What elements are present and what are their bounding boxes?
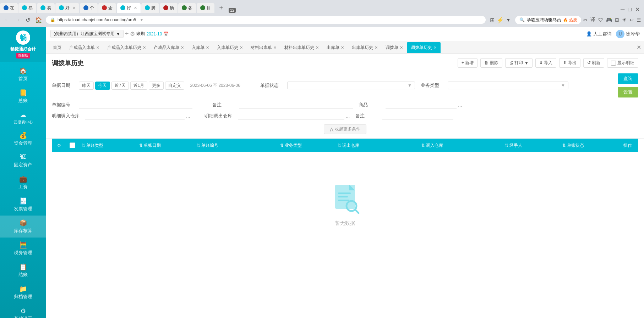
browser-tab-11[interactable]: 目 bbox=[197, 3, 214, 13]
new-btn[interactable]: + 新增 bbox=[458, 58, 477, 68]
detail-out-ellipsis-btn[interactable]: ... bbox=[346, 113, 350, 119]
translate-icon[interactable]: 译 bbox=[590, 17, 595, 23]
tab-in-close[interactable]: ✕ bbox=[206, 45, 209, 50]
tab-prod-in[interactable]: 产成品入库单 ✕ bbox=[65, 42, 103, 53]
sidebar-item-inventory[interactable]: 📦 库存核算 bbox=[0, 216, 46, 238]
menu-icon[interactable]: ☰ bbox=[637, 17, 641, 23]
browser-tab-4[interactable]: 好 ✕ bbox=[55, 3, 79, 13]
tab-transfer-close[interactable]: ✕ bbox=[400, 45, 403, 50]
minimize-btn[interactable]: ─ bbox=[621, 6, 624, 13]
grid-icon[interactable]: ⊞ bbox=[490, 17, 495, 23]
period-selector[interactable]: 账期 2021-10 📅 bbox=[136, 31, 169, 37]
th-type[interactable]: ⇅ 单账类型 bbox=[79, 143, 136, 149]
sidebar-item-payroll[interactable]: 💼 工资 bbox=[0, 172, 46, 194]
tab-close-4[interactable]: ✕ bbox=[72, 6, 76, 10]
browser-tab-5[interactable]: 个 bbox=[80, 3, 98, 13]
browser-tab-1[interactable]: 在 bbox=[0, 3, 18, 13]
browser-tab-9[interactable]: 畅 bbox=[160, 3, 178, 13]
game-icon[interactable]: 🎮 bbox=[606, 17, 612, 23]
date-today-btn[interactable]: 今天 bbox=[95, 82, 110, 90]
remark2-input[interactable] bbox=[382, 112, 453, 119]
select-all-checkbox[interactable] bbox=[70, 143, 75, 148]
date-1month-btn[interactable]: 近1月 bbox=[130, 82, 148, 90]
layout-icon[interactable]: ⊞ bbox=[615, 17, 619, 23]
th-handler[interactable]: ⇅ 经手人 bbox=[502, 143, 560, 149]
date-7days-btn[interactable]: 近7天 bbox=[111, 82, 129, 90]
detail-in-ellipsis-btn[interactable]: ... bbox=[186, 113, 190, 119]
tab-in-hist[interactable]: 入库单历史 ✕ bbox=[213, 42, 247, 53]
th-in[interactable]: ⇅ 调入仓库 bbox=[419, 143, 502, 149]
browser-tab-2[interactable]: 易 bbox=[18, 3, 36, 13]
import-btn[interactable]: ⬇ 导入 bbox=[535, 58, 556, 68]
search-bar[interactable]: 🔍 学霸应聘场驱鸟员 🔥 热搜 bbox=[515, 16, 581, 24]
back-btn[interactable]: ← bbox=[3, 16, 11, 24]
sidebar-item-tax[interactable]: 🧮 税务管理 bbox=[0, 238, 46, 260]
sidebar-item-report[interactable]: ☁ 云报表中心 bbox=[0, 107, 46, 128]
collapse-btn[interactable]: ⋀ 收起更多条件 bbox=[324, 124, 366, 134]
home-btn[interactable]: 🏠 bbox=[34, 16, 44, 24]
tab-in[interactable]: 入库单 ✕ bbox=[188, 42, 213, 53]
date-more-btn[interactable]: 更多 bbox=[149, 82, 164, 90]
th-biz[interactable]: ⇅ 业务类型 bbox=[277, 143, 335, 149]
tab-out-close[interactable]: ✕ bbox=[341, 45, 344, 50]
sidebar-item-assets[interactable]: 🏗 固定资产 bbox=[0, 150, 46, 172]
account-settings-icon[interactable]: ⚙ bbox=[130, 30, 135, 37]
detail-in-input[interactable] bbox=[85, 112, 185, 119]
th-date[interactable]: ⇅ 单账日期 bbox=[136, 143, 194, 149]
sidebar-item-ledger[interactable]: 📒 总账 bbox=[0, 85, 46, 107]
browser-tab-6[interactable]: 企 bbox=[98, 3, 116, 13]
goods-ellipsis-btn[interactable]: ... bbox=[458, 102, 462, 108]
scissors-icon[interactable]: ✂ bbox=[583, 17, 588, 23]
tab-mat-out-close[interactable]: ✕ bbox=[273, 45, 277, 50]
th-status[interactable]: ⇅ 单账状态 bbox=[560, 143, 617, 149]
addr-expand-icon[interactable]: ▼ bbox=[506, 17, 511, 23]
tab-mat-out-hist[interactable]: 材料出库单历史 ✕ bbox=[280, 42, 323, 53]
sidebar-item-closing[interactable]: 📋 结账 bbox=[0, 260, 46, 281]
close-btn[interactable]: ✕ bbox=[635, 6, 640, 13]
tab-home[interactable]: 首页 bbox=[49, 42, 65, 53]
maximize-btn[interactable]: □ bbox=[628, 6, 632, 13]
biz-type-select[interactable]: ▼ bbox=[448, 82, 568, 89]
tab-out-hist-close[interactable]: ✕ bbox=[375, 45, 378, 50]
tab-mat-out-hist-close[interactable]: ✕ bbox=[316, 45, 319, 50]
date-yesterday-btn[interactable]: 昨天 bbox=[79, 82, 94, 90]
sidebar-item-archive[interactable]: 📁 归档管理 bbox=[0, 281, 46, 303]
tab-out-hist[interactable]: 出库单历史 ✕ bbox=[348, 42, 382, 53]
tab-transfer-hist-close[interactable]: ✕ bbox=[433, 45, 437, 50]
th-settings[interactable]: ⚙ bbox=[52, 143, 66, 148]
th-num[interactable]: ⇅ 单账编号 bbox=[194, 143, 277, 149]
shield-icon[interactable]: 🛡 bbox=[598, 17, 603, 23]
new-tab-button[interactable]: ＋ bbox=[215, 3, 227, 12]
browser-tab-8[interactable]: 腾 bbox=[141, 3, 159, 13]
print-btn[interactable]: 🖨 打印 ▼ bbox=[505, 58, 533, 68]
tab-prod-in-hist[interactable]: 产成品入库单历史 ✕ bbox=[103, 42, 150, 53]
url-bar[interactable]: 🔒 https://cloud.chanjet.com/accounting/u… bbox=[46, 16, 486, 24]
browser-tab-3[interactable]: 易 bbox=[37, 3, 55, 13]
detail-out-input[interactable] bbox=[238, 112, 344, 119]
remark-input[interactable] bbox=[239, 101, 353, 108]
tab-prod-in-close[interactable]: ✕ bbox=[96, 45, 99, 50]
sidebar-item-basic[interactable]: ⚙ 基础设置 bbox=[0, 303, 46, 318]
undo-icon[interactable]: ↩ bbox=[629, 17, 634, 23]
refresh-btn-page[interactable]: ↺ 刷新 bbox=[583, 58, 604, 68]
display-cols-btn[interactable]: 显示明细 bbox=[607, 58, 638, 68]
sidebar-item-home[interactable]: 🏠 首页 bbox=[0, 63, 46, 85]
tab-transfer[interactable]: 调拨单 ✕ bbox=[382, 42, 407, 53]
add-account-btn[interactable]: + bbox=[125, 30, 129, 38]
lightning-icon[interactable]: ⚡ bbox=[497, 17, 504, 23]
export-btn[interactable]: ⬆ 导出 bbox=[559, 58, 580, 68]
doc-num-input[interactable] bbox=[79, 101, 192, 108]
settings-btn[interactable]: 设置 bbox=[618, 87, 638, 97]
th-out[interactable]: ⇅ 调出仓库 bbox=[335, 143, 418, 149]
sidebar-item-invoice[interactable]: 🧾 发票管理 bbox=[0, 194, 46, 216]
delete-btn[interactable]: 🗑 删除 bbox=[480, 58, 502, 68]
query-btn[interactable]: 查询 bbox=[618, 73, 638, 84]
tab-prod-in-hist-close[interactable]: ✕ bbox=[143, 45, 146, 50]
account-selector[interactable]: (勿删勿禁用）江西服宝测试专用 ▼ bbox=[50, 30, 124, 38]
tab-mat-out[interactable]: 材料出库单 ✕ bbox=[247, 42, 280, 53]
sun-icon[interactable]: ☀ bbox=[622, 17, 627, 23]
browser-tab-7[interactable]: 好 ✕ bbox=[117, 3, 141, 13]
refresh-btn[interactable]: ↺ bbox=[24, 16, 32, 24]
th-check[interactable] bbox=[66, 143, 79, 148]
tab-close-7[interactable]: ✕ bbox=[134, 6, 137, 10]
